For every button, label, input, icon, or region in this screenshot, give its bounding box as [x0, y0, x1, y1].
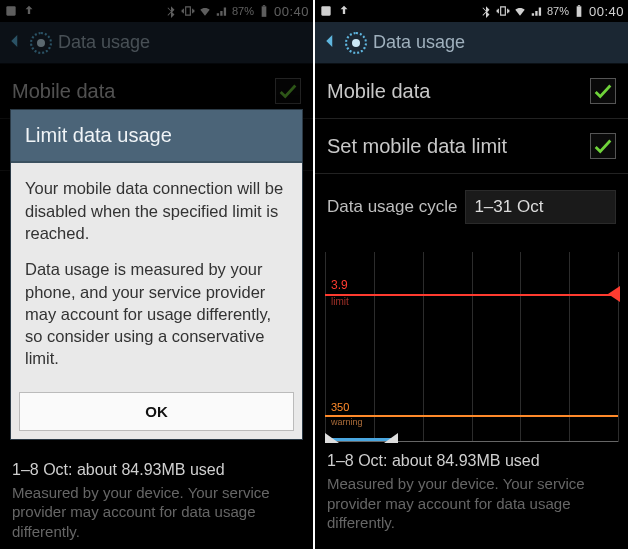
usage-note: Measured by your device. Your service pr… [315, 472, 628, 541]
limit-line[interactable] [325, 294, 618, 296]
usage-summary: 1–8 Oct: about 84.93MB used [315, 442, 628, 472]
checkbox-mobile-data[interactable] [590, 78, 616, 104]
dialog-limit-data-usage: Limit data usage Your mobile data connec… [10, 109, 303, 439]
warning-sublabel: warning [331, 417, 363, 427]
battery-percent: 87% [547, 5, 569, 17]
limit-handle-icon[interactable] [608, 286, 620, 302]
usage-note: Measured by your device. Your service pr… [0, 481, 313, 550]
settings-gear-icon[interactable] [345, 32, 367, 54]
ok-button[interactable]: OK [19, 392, 294, 431]
row-mobile-data[interactable]: Mobile data [315, 64, 628, 119]
row-set-limit[interactable]: Set mobile data limit [315, 119, 628, 174]
svg-rect-5 [578, 5, 580, 6]
range-handle-left-icon[interactable] [325, 433, 339, 443]
usage-chart[interactable]: 3.9 limit 350 warning [325, 252, 618, 442]
svg-rect-4 [577, 6, 582, 16]
battery-icon [572, 4, 586, 18]
back-icon[interactable] [321, 32, 339, 54]
row-label: Set mobile data limit [327, 135, 507, 158]
upload-icon [337, 4, 351, 18]
dialog-paragraph: Your mobile data connection will be disa… [25, 177, 288, 244]
ongoing-icon [319, 4, 333, 18]
row-label: Mobile data [327, 80, 430, 103]
dialog-title: Limit data usage [11, 110, 302, 163]
dialog-body: Your mobile data connection will be disa… [11, 163, 302, 383]
page-title: Data usage [373, 32, 465, 53]
signal-icon [530, 4, 544, 18]
limit-value: 3.9 [331, 278, 348, 292]
limit-sublabel: limit [331, 296, 349, 307]
warning-value: 350 [331, 401, 349, 413]
cycle-select[interactable]: 1–31 Oct [465, 190, 616, 224]
checkbox-set-limit[interactable] [590, 133, 616, 159]
phone-right: 87% 00:40 Data usage Mobile data Set mob… [315, 0, 628, 549]
bluetooth-icon [479, 4, 493, 18]
clock: 00:40 [589, 4, 624, 19]
app-header: Data usage [315, 22, 628, 64]
range-handle-right-icon[interactable] [384, 433, 398, 443]
status-bar: 87% 00:40 [315, 0, 628, 22]
cycle-label: Data usage cycle [327, 197, 457, 217]
warning-line[interactable] [325, 415, 618, 417]
vibrate-icon [496, 4, 510, 18]
row-cycle: Data usage cycle 1–31 Oct [315, 174, 628, 234]
svg-rect-3 [321, 6, 330, 15]
usage-summary: 1–8 Oct: about 84.93MB used [0, 451, 313, 481]
wifi-icon [513, 4, 527, 18]
dialog-paragraph: Data usage is measured by your phone, an… [25, 258, 288, 369]
phone-left: 87% 00:40 Data usage Mobile data S Limit… [0, 0, 313, 549]
